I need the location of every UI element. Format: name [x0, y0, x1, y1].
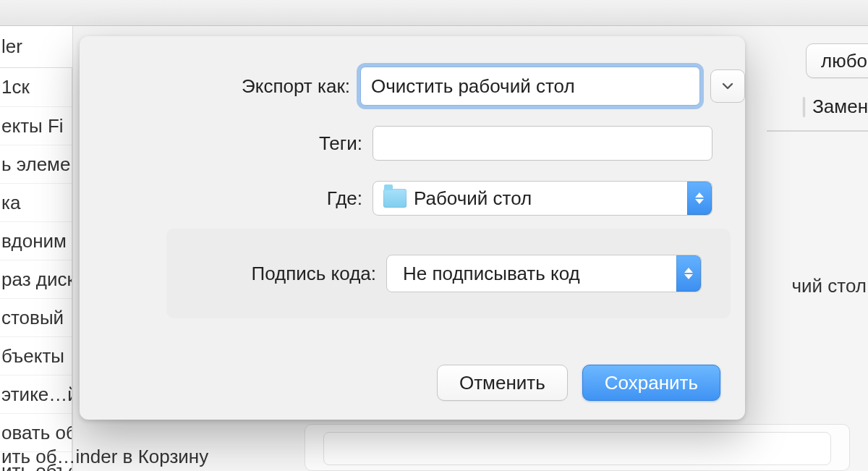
sidebar-item[interactable]: вдоним	[0, 221, 72, 260]
background-inset-field	[323, 432, 831, 465]
tags-label: Теги:	[80, 132, 373, 155]
window-toolbar	[0, 0, 868, 26]
select-stepper-icon	[676, 255, 701, 292]
sidebar-item[interactable]: этике…й	[0, 375, 72, 413]
sidebar-item-label: стовый	[1, 307, 64, 329]
sidebar-item-label: бъекты	[1, 345, 64, 368]
sidebar-header: ler	[0, 26, 72, 68]
where-select[interactable]: Рабочий стол	[373, 181, 712, 216]
sidebar-header-text: ler	[1, 35, 22, 58]
sidebar-item[interactable]: ка	[0, 183, 72, 221]
where-label: Где:	[80, 187, 373, 210]
select-stepper-icon	[687, 182, 712, 215]
background-sidebar: 1ск екты Fi ь элеме ка вдоним раз диск с…	[0, 26, 72, 471]
export-dialog: Экспорт как: Очистить рабочий стол Теги:…	[80, 36, 745, 420]
code-sign-select[interactable]: Не подписывать код	[386, 255, 702, 292]
checkbox-icon[interactable]	[803, 97, 805, 117]
replace-checkbox-label: Замен	[812, 96, 868, 118]
cancel-button-label: Отменить	[459, 372, 545, 394]
folder-icon	[383, 189, 407, 208]
sidebar-item[interactable]: екты Fi	[0, 106, 72, 145]
sidebar-item-label: екты Fi	[1, 115, 64, 137]
sidebar-item-label: вдоним	[1, 230, 67, 253]
where-row: Где: Рабочий стол	[80, 181, 745, 216]
sidebar-item[interactable]: ь элеме	[0, 145, 72, 183]
cancel-button[interactable]: Отменить	[437, 365, 568, 401]
trash-row-label: ить об…inder в Корзину	[1, 446, 208, 467]
any-button-label: любо	[821, 50, 867, 72]
sidebar-item[interactable]: раз диск	[0, 260, 72, 298]
export-as-input[interactable]: Очистить рабочий стол	[360, 67, 700, 106]
background-partial-label: чий стол	[792, 275, 867, 297]
export-as-label: Экспорт как:	[80, 75, 360, 98]
dialog-buttons: Отменить Сохранить	[437, 365, 720, 401]
background-divider	[767, 130, 868, 132]
chevron-down-icon	[722, 80, 733, 92]
expand-location-button[interactable]	[710, 69, 745, 103]
sidebar-item[interactable]: стовый	[0, 298, 72, 336]
partial-label-text: чий стол	[792, 275, 867, 297]
sidebar-item-label: 1ск	[1, 76, 30, 98]
code-sign-value: Не подписывать код	[403, 263, 580, 285]
sidebar-item-label: овать об	[1, 422, 72, 444]
export-as-value: Очистить рабочий стол	[371, 75, 575, 98]
save-button-label: Сохранить	[605, 372, 698, 394]
sidebar-item-label: этике…й	[1, 383, 72, 406]
tags-input[interactable]	[373, 126, 712, 161]
sidebar-item-label: раз диск	[1, 268, 72, 291]
where-value: Рабочий стол	[414, 187, 532, 210]
background-panel	[305, 424, 850, 471]
sidebar-item-label: ка	[1, 192, 20, 214]
sidebar-item-label: ь элеме	[1, 153, 70, 176]
background-trash-row[interactable]: ить об…inder в Корзину	[1, 446, 208, 468]
sidebar-item[interactable]: 1ск	[0, 68, 72, 106]
export-as-row: Экспорт как: Очистить рабочий стол	[80, 67, 745, 106]
background-right-controls: любо Замен	[803, 43, 868, 118]
tags-row: Теги:	[80, 126, 745, 161]
code-sign-label: Подпись кода:	[166, 263, 386, 285]
sidebar-item[interactable]: бъекты	[0, 336, 72, 375]
replace-checkbox-row[interactable]: Замен	[803, 96, 868, 118]
code-sign-panel: Подпись кода: Не подписывать код	[166, 229, 731, 318]
any-button[interactable]: любо	[806, 43, 868, 78]
save-button[interactable]: Сохранить	[582, 365, 720, 401]
